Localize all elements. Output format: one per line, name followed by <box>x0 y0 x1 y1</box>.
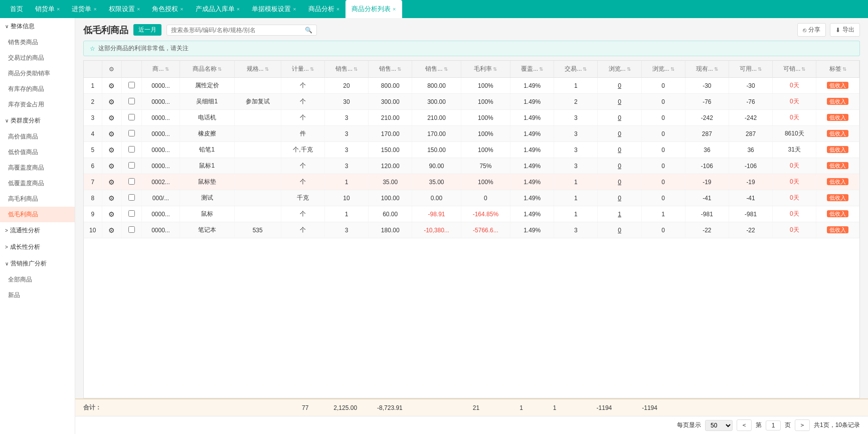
cell-settings[interactable]: ⚙ <box>102 78 122 94</box>
col-header-view2[interactable]: 浏览...⇅ <box>641 61 685 78</box>
nav-item-首页[interactable]: 首页 <box>4 0 29 18</box>
sidebar-group-整体信息[interactable]: ∨整体信息 <box>0 18 75 35</box>
col-header-trade[interactable]: 交易...⇅ <box>554 61 598 78</box>
sidebar-item-商品分类助销率[interactable]: 商品分类助销率 <box>0 66 75 81</box>
row-checkbox[interactable] <box>128 210 135 217</box>
sidebar-group-营销推广分析[interactable]: ∨营销推广分析 <box>0 255 75 272</box>
cell-checkbox[interactable] <box>122 94 142 110</box>
cell-settings[interactable]: ⚙ <box>102 190 122 206</box>
sidebar-item-低价值商品[interactable]: 低价值商品 <box>0 144 75 160</box>
row-checkbox[interactable] <box>128 226 135 233</box>
nav-item-商品分析列表[interactable]: 商品分析列表× <box>345 0 402 18</box>
row-checkbox[interactable] <box>128 194 135 201</box>
settings-icon[interactable]: ⚙ <box>108 114 115 122</box>
row-checkbox[interactable] <box>128 114 135 120</box>
settings-icon[interactable]: ⚙ <box>108 98 115 106</box>
nav-item-销货单[interactable]: 销货单× <box>29 0 66 18</box>
cell-checkbox[interactable] <box>122 158 142 174</box>
share-button[interactable]: ⎋ 分享 <box>797 23 826 37</box>
sidebar-item-全部商品[interactable]: 全部商品 <box>0 272 75 287</box>
sidebar-item-新品[interactable]: 新品 <box>0 287 75 303</box>
settings-icon[interactable]: ⚙ <box>108 130 115 138</box>
settings-icon[interactable]: ⚙ <box>108 210 115 218</box>
view-link[interactable]: 0 <box>618 227 621 234</box>
prev-page-button[interactable]: ＜ <box>737 419 752 431</box>
view-link[interactable]: 0 <box>618 114 621 121</box>
row-checkbox[interactable] <box>128 82 135 88</box>
cell-settings[interactable]: ⚙ <box>102 126 122 142</box>
cell-checkbox[interactable] <box>122 206 142 222</box>
search-input[interactable] <box>171 27 305 34</box>
col-header-spec[interactable]: 规格...⇅ <box>234 61 281 78</box>
cell-checkbox[interactable] <box>122 126 142 142</box>
nav-close-icon[interactable]: × <box>137 0 140 18</box>
row-checkbox[interactable] <box>128 98 135 104</box>
sidebar-group-类群度分析[interactable]: ∨类群度分析 <box>0 112 75 129</box>
cell-settings[interactable]: ⚙ <box>102 222 122 238</box>
row-checkbox[interactable] <box>128 130 135 136</box>
cell-settings[interactable]: ⚙ <box>102 206 122 222</box>
view-link[interactable]: 0 <box>618 195 621 202</box>
cell-checkbox[interactable] <box>122 78 142 94</box>
settings-icon[interactable]: ⚙ <box>108 162 115 170</box>
sidebar-item-低覆盖度商品[interactable]: 低覆盖度商品 <box>0 176 75 191</box>
cell-checkbox[interactable] <box>122 222 142 238</box>
cell-settings[interactable]: ⚙ <box>102 174 122 190</box>
view-link[interactable]: 1 <box>618 211 621 218</box>
settings-icon[interactable]: ⚙ <box>108 82 115 90</box>
col-header-sales_amount[interactable]: 销售...⇅ <box>412 61 461 78</box>
nav-item-角色授权[interactable]: 角色授权× <box>146 0 189 18</box>
export-button[interactable]: ⬇ 导出 <box>830 23 860 37</box>
col-header-gross_rate[interactable]: 毛利率⇅ <box>461 61 510 78</box>
sidebar-item-低毛利商品[interactable]: 低毛利商品 <box>0 207 75 222</box>
sidebar-item-高价值商品[interactable]: 高价值商品 <box>0 129 75 144</box>
next-page-button[interactable]: ＞ <box>795 419 810 431</box>
row-checkbox[interactable] <box>128 178 135 185</box>
cell-settings[interactable]: ⚙ <box>102 110 122 126</box>
view-link[interactable]: 0 <box>618 179 621 186</box>
page-size-select[interactable]: 50 100 <box>705 420 733 431</box>
nav-item-产成品入库单[interactable]: 产成品入库单× <box>190 0 246 18</box>
view-link[interactable]: 0 <box>618 147 621 154</box>
sidebar-group-成长性分析[interactable]: >成长性分析 <box>0 239 75 255</box>
cell-checkbox[interactable] <box>122 174 142 190</box>
sidebar-group-流通性分析[interactable]: >流通性分析 <box>0 222 75 239</box>
nav-close-icon[interactable]: × <box>237 0 240 18</box>
settings-icon[interactable]: ⚙ <box>108 226 115 234</box>
nav-item-商品分析[interactable]: 商品分析× <box>302 0 345 18</box>
cell-settings[interactable]: ⚙ <box>102 158 122 174</box>
col-header-sales_qty[interactable]: 销售...⇅ <box>324 61 368 78</box>
col-header-sales_price[interactable]: 销售...⇅ <box>369 61 412 78</box>
col-header-code[interactable]: 商...⇅ <box>142 61 180 78</box>
sidebar-item-交易过的商品[interactable]: 交易过的商品 <box>0 50 75 66</box>
settings-icon[interactable]: ⚙ <box>108 178 115 186</box>
view-link[interactable]: 0 <box>618 130 621 137</box>
col-header-name[interactable]: 商品名称⇅ <box>180 61 234 78</box>
col-header-current[interactable]: 现有...⇅ <box>685 61 729 78</box>
nav-item-权限设置[interactable]: 权限设置× <box>103 0 146 18</box>
nav-close-icon[interactable]: × <box>336 0 339 18</box>
nav-close-icon[interactable]: × <box>393 0 396 18</box>
settings-icon[interactable]: ⚙ <box>108 146 115 154</box>
col-header-coverage[interactable]: 覆盖...⇅ <box>510 61 554 78</box>
sidebar-item-销售类商品[interactable]: 销售类商品 <box>0 35 75 50</box>
sidebar-item-库存资金占用[interactable]: 库存资金占用 <box>0 97 75 112</box>
nav-close-icon[interactable]: × <box>93 0 96 18</box>
view-link[interactable]: 0 <box>618 82 621 89</box>
col-header-tag[interactable]: 标签⇅ <box>816 61 859 78</box>
nav-close-icon[interactable]: × <box>57 0 60 18</box>
cell-checkbox[interactable] <box>122 142 142 158</box>
nav-close-icon[interactable]: × <box>180 0 183 18</box>
nav-item-单据模板设置[interactable]: 单据模板设置× <box>246 0 302 18</box>
col-header-saleable[interactable]: 可销...⇅ <box>773 61 816 78</box>
sidebar-item-高覆盖度商品[interactable]: 高覆盖度商品 <box>0 160 75 176</box>
nav-close-icon[interactable]: × <box>293 0 296 18</box>
sidebar-item-有库存的商品[interactable]: 有库存的商品 <box>0 81 75 97</box>
cell-settings[interactable]: ⚙ <box>102 142 122 158</box>
cell-checkbox[interactable] <box>122 190 142 206</box>
view-link[interactable]: 0 <box>618 98 621 105</box>
col-header-available[interactable]: 可用...⇅ <box>729 61 772 78</box>
cell-settings[interactable]: ⚙ <box>102 94 122 110</box>
sidebar-item-高毛利商品[interactable]: 高毛利商品 <box>0 191 75 207</box>
row-checkbox[interactable] <box>128 162 135 169</box>
